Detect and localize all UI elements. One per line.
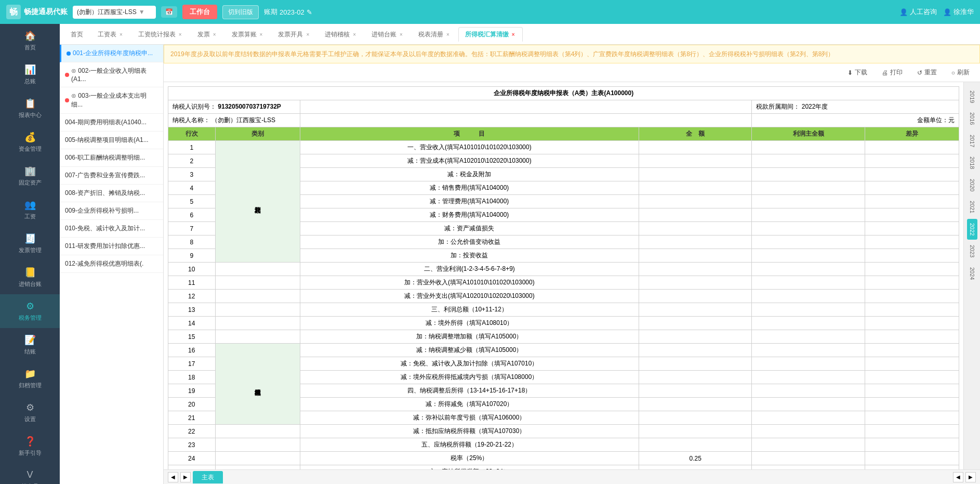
edit-icon: ✎ xyxy=(307,8,312,16)
sidebar-item-guide[interactable]: ❓ 新手引导 xyxy=(0,429,60,463)
left-panel-item-005[interactable]: 005-纳税调整项目明细表(A1... xyxy=(60,132,163,149)
sidebar-label-archive: 归档管理 xyxy=(19,382,42,389)
workbench-button[interactable]: 工作台 xyxy=(182,5,217,19)
project-25: 六、应纳所得税额（23×24） xyxy=(300,465,639,470)
ai-consult-btn[interactable]: 👤 人工咨询 xyxy=(899,7,937,17)
sidebar-item-payroll[interactable]: 👥 工资 xyxy=(0,193,60,227)
tab-close-invoice-calc[interactable]: × xyxy=(259,32,264,37)
sidebar-item-invoice[interactable]: 🧾 发票管理 xyxy=(0,227,60,260)
download-button[interactable]: ⬇ 下载 xyxy=(843,67,871,79)
scroll-left-btn[interactable]: ◀ xyxy=(953,472,963,482)
row-num-19: 19 xyxy=(168,384,216,398)
left-item-label-012: 012-减免所得税优惠明细表(. xyxy=(65,259,143,268)
print-button[interactable]: 🖨 打印 xyxy=(878,67,907,79)
left-item-label-009: 009-企业所得税补亏损明... xyxy=(65,206,139,215)
sidebar-item-tax[interactable]: ⚙ 税务管理 xyxy=(0,294,60,328)
left-panel-item-012[interactable]: 012-减免所得税优惠明细表(. xyxy=(60,255,163,273)
left-panel-item-006[interactable]: 006-职工薪酬纳税调整明细... xyxy=(60,149,163,167)
sidebar-item-assets[interactable]: 🏢 固定资产 xyxy=(0,159,60,193)
left-panel-item-010[interactable]: 010-免税、减计收入及加计... xyxy=(60,220,163,238)
tab-close-tax-list[interactable]: × xyxy=(445,32,451,37)
tab-payroll-stats[interactable]: 工资统计报表 × xyxy=(131,27,190,42)
tab-close-payroll-stats[interactable]: × xyxy=(178,32,183,37)
sidebar-label-settings: 设置 xyxy=(24,415,36,423)
year-2017[interactable]: 2017 xyxy=(967,130,977,151)
user-profile[interactable]: 👤 徐淮华 xyxy=(943,7,974,17)
switch-old-button[interactable]: 切到旧版 xyxy=(222,5,259,19)
year-2021[interactable]: 2021 xyxy=(967,197,977,217)
tab-close-income-tax[interactable]: × xyxy=(511,32,516,37)
tab-close-payroll[interactable]: × xyxy=(118,32,124,37)
left-panel-item-002[interactable]: ⊙ 002-一般企业收入明细表(A1... xyxy=(60,62,163,87)
year-2024[interactable]: 2024 xyxy=(967,263,977,284)
left-panel-item-008[interactable]: 008-资产折旧、摊销及纳税... xyxy=(60,185,163,202)
sidebar-item-ledger[interactable]: 📊 总账 xyxy=(0,58,60,91)
sidebar-item-salesledger[interactable]: 📒 进销台账 xyxy=(0,260,60,294)
warning-bar: 2019年度步及取以前年度结转数据的申报表单元格需要手工维护正确，才能保证本年及… xyxy=(164,45,980,63)
calendar-icon-btn[interactable]: 📅 xyxy=(161,6,177,18)
logo-icon: 畅 xyxy=(6,5,21,19)
year-2019[interactable]: 2019 xyxy=(967,86,977,107)
tab-close-invoice[interactable]: × xyxy=(212,32,217,37)
sidebar-item-funds[interactable]: 💰 资金管理 xyxy=(0,125,60,159)
tab-tax-list[interactable]: 税表清册 × xyxy=(412,27,457,42)
tab-invoice-issue[interactable]: 发票开具 × xyxy=(271,27,317,42)
diff-1 xyxy=(865,141,959,154)
sidebar-item-close[interactable]: 📝 结账 xyxy=(0,328,60,362)
amount-18 xyxy=(639,371,751,384)
left-panel-item-011[interactable]: 011-研发费用加计扣除优惠... xyxy=(60,238,163,255)
year-2018[interactable]: 2018 xyxy=(967,152,977,173)
diff-19 xyxy=(865,384,959,398)
tab-sales-ledger[interactable]: 进销台账 × xyxy=(365,27,410,42)
tab-sales-audit[interactable]: 进销稽核 × xyxy=(318,27,364,42)
tab-payroll[interactable]: 工资表 × xyxy=(91,27,130,42)
bottom-tab-main[interactable]: 主表 xyxy=(193,471,223,483)
left-panel-item-007[interactable]: 007-广告费和业务宣传费跌... xyxy=(60,167,163,185)
tax-period-cell: 税款所属期间： 2022年度 xyxy=(752,100,959,114)
tab-income-tax[interactable]: 所得税汇算清缴 × xyxy=(458,27,523,42)
amount-13 xyxy=(639,303,751,317)
profit-23 xyxy=(752,438,865,452)
sidebar-item-reports[interactable]: 📋 报表中心 xyxy=(0,91,60,125)
year-2022[interactable]: 2022 xyxy=(967,219,977,240)
year-2020[interactable]: 2020 xyxy=(967,175,977,195)
main-table: 企业所得税年度纳税申报表（A类）主表(A100000) 纳税人识别号： 9132… xyxy=(168,86,959,469)
tab-close-sales-ledger[interactable]: × xyxy=(399,32,404,37)
diff-18 xyxy=(865,371,959,384)
next-sheet-btn[interactable]: ▶ xyxy=(180,472,191,482)
category-empty-11 xyxy=(215,276,300,290)
sidebar-item-home[interactable]: 🏠 首页 xyxy=(0,24,60,58)
home-icon: 🏠 xyxy=(24,30,36,42)
left-panel-item-004[interactable]: 004-期间费用明细表(A1040... xyxy=(60,114,163,132)
prev-sheet-btn[interactable]: ◀ xyxy=(168,472,178,482)
sidebar-item-settings[interactable]: ⚙ 设置 xyxy=(0,396,60,429)
row-num-21: 21 xyxy=(168,411,216,425)
company-selector[interactable]: (勿删）江西服宝-LSS ▼ xyxy=(73,6,156,19)
tab-close-invoice-issue[interactable]: × xyxy=(305,32,310,37)
header-category: 类别 xyxy=(215,127,300,141)
logo-area: 畅 畅捷通易代账 xyxy=(6,5,68,19)
sidebar-item-member[interactable]: V 畅会员 xyxy=(0,463,60,484)
year-2023[interactable]: 2023 xyxy=(967,241,977,261)
year-2016[interactable]: 2016 xyxy=(967,108,977,129)
sidebar-item-archive[interactable]: 📁 归档管理 xyxy=(0,362,60,396)
taxpayer-name-label: 纳税人名称： xyxy=(173,116,210,124)
tab-close-sales-audit[interactable]: × xyxy=(352,32,357,37)
refresh-button[interactable]: ○ 刷新 xyxy=(947,67,974,79)
sidebar-label-guide: 新手引导 xyxy=(19,449,42,457)
reset-button[interactable]: ↺ 重置 xyxy=(913,67,941,79)
table-toolbar: ⬇ 下载 🖨 打印 ↺ 重置 ○ 刷新 xyxy=(164,63,980,82)
member-icon: V xyxy=(27,469,33,480)
tab-home[interactable]: 首页 xyxy=(64,27,90,42)
left-panel-item-001[interactable]: 001-企业所得税年度纳税申... xyxy=(60,45,163,62)
left-panel-item-009[interactable]: 009-企业所得税补亏损明... xyxy=(60,202,163,220)
profit-19 xyxy=(752,384,865,398)
scroll-right-btn[interactable]: ▶ xyxy=(965,472,976,482)
category-empty-14 xyxy=(215,317,300,330)
refresh-icon: ○ xyxy=(951,69,955,76)
tab-invoice-calc[interactable]: 发票算账 × xyxy=(225,27,271,42)
print-label: 打印 xyxy=(890,68,903,77)
tab-invoice[interactable]: 发票 × xyxy=(191,27,224,42)
left-panel-item-003[interactable]: ⊙ 003-一般企业成本支出明细... xyxy=(60,87,163,114)
row-num-10: 10 xyxy=(168,263,216,276)
